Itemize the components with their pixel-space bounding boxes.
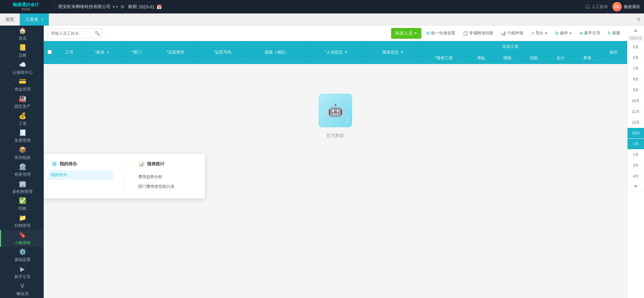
social-label: 统一社保设置 bbox=[431, 30, 455, 36]
sidebar-item-invoice[interactable]: 🧾 发票管理 bbox=[0, 128, 44, 145]
popup-item-my-todo[interactable]: 我的待办 bbox=[48, 170, 114, 180]
refresh-button[interactable]: ↻ 刷新 bbox=[605, 28, 623, 38]
person-status-filter-icon: ▼ bbox=[344, 51, 348, 54]
salary-icon: 💰 bbox=[19, 112, 26, 120]
month-item-2022-05[interactable]: 5月 bbox=[628, 42, 644, 53]
service-icon: 🎧 bbox=[585, 4, 590, 9]
settings-icon[interactable]: ⚙ bbox=[120, 4, 125, 9]
month-item-2023-02[interactable]: 2月 bbox=[628, 150, 644, 160]
period-value: 2023-01 bbox=[139, 4, 155, 9]
popup-menu: ☑ 我的待办 我的待办 📊 报表统计 费用趋势分析 部门费用类型统计表 bbox=[44, 154, 205, 199]
logo-text: 畅捷通好会计 bbox=[13, 2, 39, 7]
sidebar-item-inventory[interactable]: 📦 库存核算 bbox=[0, 145, 44, 162]
sidebar-item-assets[interactable]: 🏭 固定资产 bbox=[0, 94, 44, 111]
todo-icon: ☑ bbox=[51, 161, 58, 167]
popup-divider bbox=[124, 161, 125, 192]
th-person-status[interactable]: *人员状态 ▼ bbox=[307, 41, 366, 64]
period-selector[interactable]: 账期 2023-01 📅 bbox=[128, 4, 162, 10]
th-deduction: 扣款 bbox=[521, 53, 547, 64]
th-name[interactable]: *姓名 ⇅ bbox=[82, 41, 122, 64]
month-item-2022-06[interactable]: 6月 bbox=[628, 53, 644, 63]
sidebar-label-invoice: 发票管理 bbox=[14, 138, 31, 143]
th-job-number: 工号 bbox=[56, 41, 82, 64]
th-report-status[interactable]: 报送状态 ▼ bbox=[366, 41, 420, 64]
funds-icon: 💳 bbox=[19, 78, 26, 85]
tab-salary-label: 工资表 bbox=[25, 16, 38, 23]
empty-state-cell: 🤖 暂无数据 bbox=[44, 64, 627, 169]
add-company-button[interactable]: + bbox=[115, 4, 118, 10]
sidebar-label-salary: 工资 bbox=[18, 121, 27, 127]
sidebar-label-multi: 多机构管理 bbox=[12, 189, 33, 195]
guide-btn-icon: ⊕ bbox=[579, 31, 583, 36]
month-nav-down[interactable]: ▼ bbox=[628, 182, 644, 191]
tab-bar-close-button[interactable]: ✕ bbox=[636, 16, 644, 23]
social-security-button[interactable]: ⚙ 统一社保设置 bbox=[423, 28, 458, 38]
user-menu[interactable]: CE 畅捷通组 bbox=[612, 2, 640, 11]
operation-button[interactable]: ⚙ 操作 ▼ bbox=[552, 28, 575, 38]
month-item-2022-09[interactable]: 9月 bbox=[628, 85, 644, 96]
guide-button[interactable]: ⊕ 新手引导 bbox=[577, 28, 603, 38]
xiaochang-icon: 🔖 bbox=[19, 231, 26, 239]
company-selector[interactable]: 西安虾米网络科技有限公司 ▼ bbox=[58, 4, 115, 10]
sidebar-label-tax: 税务管理 bbox=[14, 172, 31, 177]
social-icon: ⚙ bbox=[426, 31, 430, 36]
sidebar-item-member[interactable]: V 畅会员 bbox=[0, 281, 44, 298]
sidebar-item-ledger[interactable]: 📒 总账 bbox=[0, 43, 44, 60]
tab-home-label: 首页 bbox=[5, 16, 14, 23]
logo-sub: 旗舰版 bbox=[22, 7, 31, 11]
sidebar-item-basic[interactable]: ⚙️ 基础设置 bbox=[0, 247, 44, 264]
month-item-2022-10[interactable]: 10月 bbox=[628, 96, 644, 106]
sidebar-item-funds[interactable]: 💳 资金管理 bbox=[0, 77, 44, 94]
sidebar-item-archive[interactable]: 📁 归档管理 bbox=[0, 213, 44, 230]
sidebar-item-multi[interactable]: 🏢 多机构管理 bbox=[0, 179, 44, 196]
sidebar-item-tax[interactable]: 🏛️ 税务管理 bbox=[0, 162, 44, 179]
tax-report-button[interactable]: 📊 个税申报 bbox=[498, 28, 526, 38]
th-apply-wage: 应发工资 bbox=[420, 41, 601, 53]
month-item-2022-11[interactable]: 11月 bbox=[628, 106, 644, 117]
archive-icon: 📁 bbox=[19, 214, 26, 222]
tab-salary[interactable]: 工资表 × bbox=[20, 13, 49, 26]
month-item-2023-03[interactable]: 3月 bbox=[628, 160, 644, 171]
todo-title-label: 我的待办 bbox=[60, 161, 77, 167]
top-header: 畅捷通好会计 旗舰版 西安虾米网络科技有限公司 ▼ + ⚙ 账期 2023-01… bbox=[0, 0, 644, 13]
sidebar-item-salary[interactable]: 💰 工资 bbox=[0, 111, 44, 128]
cloud-icon: ☁️ bbox=[19, 61, 26, 68]
month-item-2022-07[interactable]: 7月 bbox=[628, 63, 644, 74]
calendar-icon: 📅 bbox=[156, 4, 162, 9]
sidebar-item-home[interactable]: 🏠 首页 bbox=[0, 26, 44, 43]
month-item-2023-04[interactable]: 4月 bbox=[628, 171, 644, 182]
tab-bar: 首页 工资表 × ✕ bbox=[0, 13, 644, 26]
operation-dropdown-icon: ▼ bbox=[569, 32, 572, 35]
popup-item-cost-trend[interactable]: 费用趋势分析 bbox=[138, 172, 198, 182]
tab-close-icon[interactable]: × bbox=[41, 17, 43, 22]
month-item-2022-08[interactable]: 8月 bbox=[628, 74, 644, 85]
user-initials: CE bbox=[615, 5, 619, 9]
sidebar-item-guide[interactable]: ▶ 新手引导 bbox=[0, 264, 44, 281]
sidebar-item-cloud[interactable]: ☁️ 云报表中心 bbox=[0, 60, 44, 77]
select-all-checkbox[interactable] bbox=[47, 50, 52, 54]
customer-service-button[interactable]: 🎧 人工咨询 bbox=[585, 4, 608, 10]
month-item-2022-12[interactable]: 12月 bbox=[628, 117, 644, 128]
search-icon: 🔍 bbox=[94, 31, 100, 36]
tax-label: 个税申报 bbox=[507, 30, 523, 36]
popup-item-dept-cost[interactable]: 部门费用类型统计表 bbox=[138, 182, 198, 192]
popup-report-section: 📊 报表统计 费用趋势分析 部门费用类型统计表 bbox=[138, 161, 198, 192]
main-layout: 🏠 首页 📒 总账 ☁️ 云报表中心 💳 资金管理 🏭 固定资产 💰 工资 🧾 … bbox=[0, 26, 644, 298]
tab-home[interactable]: 首页 bbox=[0, 13, 20, 26]
checkbox-all-th[interactable] bbox=[44, 41, 56, 64]
search-input[interactable] bbox=[51, 31, 94, 36]
export-button[interactable]: ↗ 导出 ▼ bbox=[528, 28, 550, 38]
year-label-2023: 2023.01 bbox=[628, 35, 644, 42]
sidebar-item-checkout[interactable]: ✅ 结账 bbox=[0, 196, 44, 213]
report-icon: 📊 bbox=[138, 161, 145, 167]
invoice-icon: 🧾 bbox=[19, 129, 26, 136]
special-deduction-button[interactable]: 📋 专项附加扣除 bbox=[460, 28, 496, 38]
sidebar-label-home: 首页 bbox=[18, 36, 27, 41]
month-item-2023-01[interactable]: 1月 bbox=[628, 139, 644, 150]
tax-icon: 📊 bbox=[501, 31, 506, 36]
assets-icon: 🏭 bbox=[19, 95, 26, 102]
sidebar-item-xiaochang[interactable]: 🔖 小畅报销 bbox=[0, 230, 44, 247]
add-person-button[interactable]: 添加人员 ▼ bbox=[391, 28, 421, 39]
month-nav-up[interactable]: ▲ bbox=[628, 26, 644, 35]
name-sort-icon: ⇅ bbox=[107, 51, 109, 54]
